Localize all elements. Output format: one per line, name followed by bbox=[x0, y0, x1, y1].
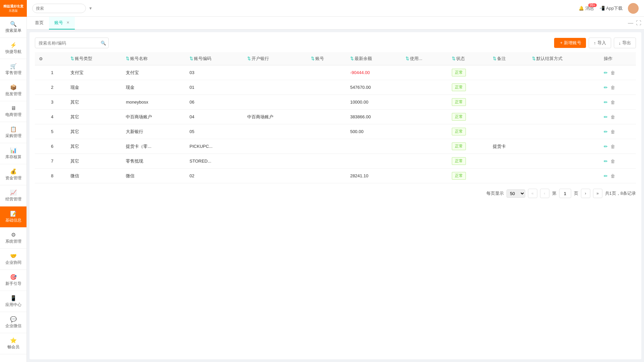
delete-button[interactable]: 🗑 bbox=[610, 159, 615, 164]
cell-default-settlement bbox=[528, 169, 600, 183]
app-center-icon: 📱 bbox=[10, 295, 17, 301]
tab-accounts[interactable]: 账号 ✕ bbox=[49, 17, 75, 29]
notification-button[interactable]: 🔔 消息 99+ bbox=[579, 5, 594, 11]
table-row: 2 现金 现金 01 547670.00 正常 ✏ 🗑 bbox=[35, 80, 636, 95]
sidebar-item-search-menu[interactable]: 🔍 搜索菜单 bbox=[0, 17, 26, 38]
cell-usage bbox=[401, 154, 447, 169]
operations-icon: 📈 bbox=[10, 189, 17, 196]
cell-index: 2 bbox=[47, 80, 66, 95]
import-button[interactable]: ↑ 导入 bbox=[589, 38, 611, 48]
next-page-button[interactable]: › bbox=[581, 189, 590, 198]
th-usage[interactable]: ⇅使用... bbox=[401, 52, 447, 65]
cell-status: 正常 bbox=[448, 95, 489, 110]
th-type[interactable]: ⇅账号类型 bbox=[66, 52, 122, 65]
sidebar-item-label: 基础信息 bbox=[5, 218, 21, 223]
cell-name: 中百商场账户 bbox=[122, 110, 185, 124]
sidebar-item-inventory[interactable]: 📊 库存核算 bbox=[0, 143, 26, 164]
sidebar-item-ecommerce[interactable]: 🖥 电商管理 bbox=[0, 101, 26, 122]
edit-button[interactable]: ✏ bbox=[604, 114, 608, 120]
app-download-button[interactable]: 📲 App下载 bbox=[599, 5, 623, 11]
edit-button[interactable]: ✏ bbox=[604, 129, 608, 134]
avatar[interactable] bbox=[628, 3, 639, 14]
table-row: 5 其它 大新银行 05 500.00 正常 ✏ 🗑 bbox=[35, 124, 636, 139]
global-search-input[interactable] bbox=[32, 4, 86, 13]
cell-settings bbox=[35, 139, 47, 154]
cell-balance bbox=[346, 139, 401, 154]
tab-minimize-icon[interactable]: — bbox=[628, 20, 633, 26]
th-name[interactable]: ⇅账号名称 bbox=[122, 52, 185, 65]
sidebar-item-quick-nav[interactable]: ⚡ 快捷导航 bbox=[0, 38, 26, 59]
sidebar-item-label: 经营管理 bbox=[5, 196, 21, 202]
sidebar-item-membership[interactable]: ⭐ 畅会员 bbox=[0, 333, 26, 354]
delete-button[interactable]: 🗑 bbox=[610, 144, 615, 149]
delete-button[interactable]: 🗑 bbox=[610, 100, 615, 105]
export-icon: ↓ bbox=[619, 41, 621, 46]
delete-button[interactable]: 🗑 bbox=[610, 85, 615, 90]
edit-button[interactable]: ✏ bbox=[604, 173, 608, 179]
sidebar-item-guide[interactable]: 🎯 新手引导 bbox=[0, 270, 26, 291]
sidebar-item-label: 快捷导航 bbox=[5, 49, 21, 55]
page-number-input[interactable] bbox=[559, 189, 571, 198]
delete-button[interactable]: 🗑 bbox=[610, 129, 615, 134]
dropdown-arrow-icon[interactable]: ▼ bbox=[89, 6, 93, 11]
th-remark[interactable]: ⇅备注 bbox=[489, 52, 528, 65]
tab-maximize-icon[interactable]: ⛶ bbox=[636, 20, 641, 26]
delete-button[interactable]: 🗑 bbox=[610, 70, 615, 75]
sidebar-item-label: 应用中心 bbox=[5, 302, 21, 308]
edit-button[interactable]: ✏ bbox=[604, 100, 608, 105]
edit-button[interactable]: ✏ bbox=[604, 70, 608, 75]
finance-icon: 💰 bbox=[10, 168, 17, 175]
add-button-label: + 新增账号 bbox=[560, 40, 581, 46]
edit-button[interactable]: ✏ bbox=[604, 144, 608, 149]
edit-button[interactable]: ✏ bbox=[604, 85, 608, 90]
table-row: 1 支付宝 支付宝 03 -90444.00 正常 ✏ 🗑 bbox=[35, 65, 636, 80]
cell-bank bbox=[243, 169, 307, 183]
status-badge: 正常 bbox=[452, 142, 466, 150]
purchase-icon: 📋 bbox=[10, 126, 17, 132]
page-size-select[interactable]: 50 100 200 bbox=[506, 189, 525, 198]
account-search-input[interactable] bbox=[35, 38, 109, 48]
sidebar-item-system[interactable]: ⚙ 系统管理 bbox=[0, 228, 26, 249]
first-page-button[interactable]: « bbox=[528, 189, 537, 198]
cell-remark bbox=[489, 169, 528, 183]
delete-button[interactable]: 🗑 bbox=[610, 173, 615, 179]
sidebar-item-wholesale[interactable]: 📦 批发管理 bbox=[0, 80, 26, 101]
cell-default-settlement bbox=[528, 154, 600, 169]
th-bank[interactable]: ⇅开户银行 bbox=[243, 52, 307, 65]
settings-icon: ⚙ bbox=[39, 56, 43, 61]
sidebar-item-basic-info[interactable]: 📝 基础信息 bbox=[0, 206, 26, 228]
search-icon[interactable]: 🔍 bbox=[101, 41, 106, 46]
prev-page-button[interactable]: ‹ bbox=[540, 189, 549, 198]
th-code[interactable]: ⇅账号编码 bbox=[185, 52, 243, 65]
sidebar-item-retail[interactable]: 🛒 零售管理 bbox=[0, 59, 26, 80]
edit-button[interactable]: ✏ bbox=[604, 159, 608, 164]
sidebar-item-operations[interactable]: 📈 经营管理 bbox=[0, 185, 26, 206]
sidebar-item-purchase[interactable]: 📋 采购管理 bbox=[0, 122, 26, 143]
cell-actions: ✏ 🗑 bbox=[600, 95, 636, 110]
sidebar-item-app-center[interactable]: 📱 应用中心 bbox=[0, 291, 26, 312]
tab-close-icon[interactable]: ✕ bbox=[66, 20, 69, 25]
last-page-button[interactable]: » bbox=[593, 189, 602, 198]
add-account-button[interactable]: + 新增账号 bbox=[554, 38, 586, 48]
delete-button[interactable]: 🗑 bbox=[610, 114, 615, 120]
page-label: 第 bbox=[552, 190, 556, 196]
cell-balance: 28241.10 bbox=[346, 169, 401, 183]
sidebar-item-label: 企业协同 bbox=[5, 260, 21, 265]
sidebar-item-enterprise-wechat[interactable]: 💬 企业微信 bbox=[0, 312, 26, 333]
page-suffix: 页 bbox=[574, 190, 578, 196]
tab-home[interactable]: 首页 bbox=[30, 17, 49, 29]
sidebar-item-label: 电商管理 bbox=[5, 112, 21, 118]
th-settings[interactable]: ⚙ bbox=[35, 52, 47, 65]
th-account[interactable]: ⇅账号 bbox=[307, 52, 346, 65]
sidebar-item-finance[interactable]: 💰 资金管理 bbox=[0, 164, 26, 185]
cell-index: 8 bbox=[47, 169, 66, 183]
th-balance[interactable]: ⇅最新余额 bbox=[346, 52, 401, 65]
tab-accounts-label: 账号 bbox=[54, 20, 63, 26]
th-status[interactable]: ⇅状态 bbox=[448, 52, 489, 65]
sidebar-item-label: 企业微信 bbox=[5, 323, 21, 329]
export-button[interactable]: ↓ 导出 bbox=[614, 38, 636, 48]
cell-usage bbox=[401, 169, 447, 183]
sidebar-item-agreement[interactable]: 🤝 企业协同 bbox=[0, 249, 26, 270]
cell-remark: 提货卡 bbox=[489, 139, 528, 154]
th-default-settlement[interactable]: ⇅默认结算方式 bbox=[528, 52, 600, 65]
